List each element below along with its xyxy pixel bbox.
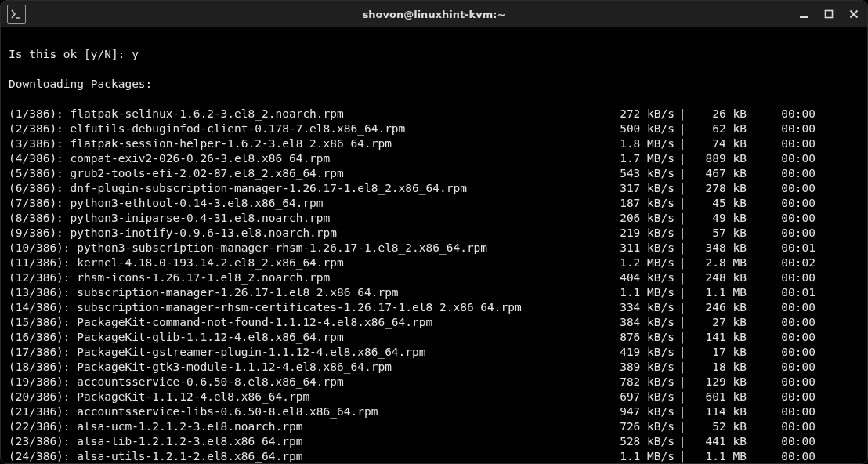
prompt-line: Is this ok [y/N]: y (9, 47, 859, 62)
package-size: 129 kB (690, 375, 747, 390)
maximize-button[interactable] (822, 7, 836, 21)
separator: | (675, 345, 690, 360)
package-row: (14/386): subscription-manager-rhsm-cert… (9, 300, 859, 315)
separator: | (675, 166, 690, 181)
package-size: 1.1 MB (690, 449, 747, 464)
package-rate: 317 kB/s (604, 181, 675, 196)
package-time: 00:00 (776, 419, 816, 434)
package-time: 00:00 (776, 181, 816, 196)
package-rate: 876 kB/s (604, 330, 675, 345)
package-row: (18/386): PackageKit-gtk3-module-1.1.12-… (9, 360, 859, 375)
package-name: (9/386): python3-inotify-0.9.6-13.el8.no… (9, 226, 604, 241)
package-rate: 1.2 MB/s (604, 256, 675, 270)
package-time: 00:00 (776, 121, 816, 136)
package-time: 00:00 (776, 136, 816, 151)
package-name: (21/386): accountsservice-libs-0.6.50-8.… (9, 404, 604, 419)
package-size: 27 kB (690, 315, 747, 330)
package-time: 00:00 (776, 390, 816, 404)
package-row: (22/386): alsa-ucm-1.2.1.2-3.el8.noarch.… (9, 419, 859, 434)
separator: | (675, 330, 690, 345)
window-controls (797, 7, 861, 21)
package-time: 00:00 (776, 196, 816, 211)
separator: | (675, 196, 690, 211)
package-time: 00:00 (776, 434, 816, 449)
package-name: (1/386): flatpak-selinux-1.6.2-3.el8_2.n… (9, 107, 604, 121)
minimize-button[interactable] (797, 7, 811, 21)
package-row: (1/386): flatpak-selinux-1.6.2-3.el8_2.n… (9, 107, 859, 121)
package-time: 00:00 (776, 330, 816, 345)
downloading-line: Downloading Packages: (9, 77, 859, 92)
package-name: (13/386): subscription-manager-1.26.17-1… (9, 285, 604, 300)
separator: | (675, 300, 690, 315)
package-rate: 1.1 MB/s (604, 285, 675, 300)
separator: | (675, 181, 690, 196)
package-time: 00:01 (776, 285, 816, 300)
package-name: (5/386): grub2-tools-efi-2.02-87.el8_2.x… (9, 166, 604, 181)
separator: | (675, 151, 690, 166)
package-row: (2/386): elfutils-debuginfod-client-0.17… (9, 121, 859, 136)
separator: | (675, 285, 690, 300)
separator: | (675, 121, 690, 136)
package-rate: 500 kB/s (604, 121, 675, 136)
terminal-window: shovon@linuxhint-kvm:~ Is this ok [y/N]:… (0, 0, 868, 464)
package-name: (2/386): elfutils-debuginfod-client-0.17… (9, 121, 604, 136)
package-time: 00:00 (776, 107, 816, 121)
package-name: (19/386): accountsservice-0.6.50-8.el8.x… (9, 375, 604, 390)
package-time: 00:00 (776, 345, 816, 360)
package-rate: 528 kB/s (604, 434, 675, 449)
package-size: 62 kB (690, 121, 747, 136)
package-time: 00:00 (776, 270, 816, 285)
package-size: 248 kB (690, 270, 747, 285)
package-row: (21/386): accountsservice-libs-0.6.50-8.… (9, 404, 859, 419)
package-size: 141 kB (690, 330, 747, 345)
package-size: 52 kB (690, 419, 747, 434)
package-rate: 1.1 MB/s (604, 449, 675, 464)
package-size: 889 kB (690, 151, 747, 166)
package-size: 601 kB (690, 390, 747, 404)
package-row: (8/386): python3-iniparse-0.4-31.el8.noa… (9, 211, 859, 226)
separator: | (675, 241, 690, 256)
package-time: 00:02 (776, 256, 816, 270)
package-name: (14/386): subscription-manager-rhsm-cert… (9, 300, 604, 315)
window-title: shovon@linuxhint-kvm:~ (1, 9, 867, 20)
package-rate: 334 kB/s (604, 300, 675, 315)
titlebar: shovon@linuxhint-kvm:~ (1, 1, 867, 27)
package-name: (8/386): python3-iniparse-0.4-31.el8.noa… (9, 211, 604, 226)
package-name: (18/386): PackageKit-gtk3-module-1.1.12-… (9, 360, 604, 375)
package-size: 74 kB (690, 136, 747, 151)
package-row: (23/386): alsa-lib-1.2.1.2-3.el8.x86_64.… (9, 434, 859, 449)
package-row: (10/386): python3-subscription-manager-r… (9, 241, 859, 256)
separator: | (675, 419, 690, 434)
separator: | (675, 270, 690, 285)
close-button[interactable] (847, 7, 861, 21)
package-size: 2.8 MB (690, 256, 747, 270)
package-name: (24/386): alsa-utils-1.2.1-2.el8.x86_64.… (9, 449, 604, 464)
package-time: 00:00 (776, 404, 816, 419)
separator: | (675, 211, 690, 226)
package-row: (20/386): PackageKit-1.1.12-4.el8.x86_64… (9, 390, 859, 404)
package-row: (13/386): subscription-manager-1.26.17-1… (9, 285, 859, 300)
package-row: (7/386): python3-ethtool-0.14-3.el8.x86_… (9, 196, 859, 211)
terminal-body[interactable]: Is this ok [y/N]: y Downloading Packages… (1, 27, 867, 464)
package-size: 441 kB (690, 434, 747, 449)
separator: | (675, 434, 690, 449)
package-size: 45 kB (690, 196, 747, 211)
package-row: (24/386): alsa-utils-1.2.1-2.el8.x86_64.… (9, 449, 859, 464)
package-rate: 384 kB/s (604, 315, 675, 330)
separator: | (675, 107, 690, 121)
package-name: (17/386): PackageKit-gstreamer-plugin-1.… (9, 345, 604, 360)
package-size: 26 kB (690, 107, 747, 121)
package-size: 114 kB (690, 404, 747, 419)
package-rate: 947 kB/s (604, 404, 675, 419)
package-row: (15/386): PackageKit-command-not-found-1… (9, 315, 859, 330)
package-name: (16/386): PackageKit-glib-1.1.12-4.el8.x… (9, 330, 604, 345)
package-name: (10/386): python3-subscription-manager-r… (9, 241, 604, 256)
package-size: 18 kB (690, 360, 747, 375)
package-rate: 726 kB/s (604, 419, 675, 434)
package-row: (9/386): python3-inotify-0.9.6-13.el8.no… (9, 226, 859, 241)
package-time: 00:01 (776, 241, 816, 256)
package-name: (4/386): compat-exiv2-026-0.26-3.el8.x86… (9, 151, 604, 166)
separator: | (675, 226, 690, 241)
package-row: (19/386): accountsservice-0.6.50-8.el8.x… (9, 375, 859, 390)
svg-rect-2 (826, 11, 833, 18)
